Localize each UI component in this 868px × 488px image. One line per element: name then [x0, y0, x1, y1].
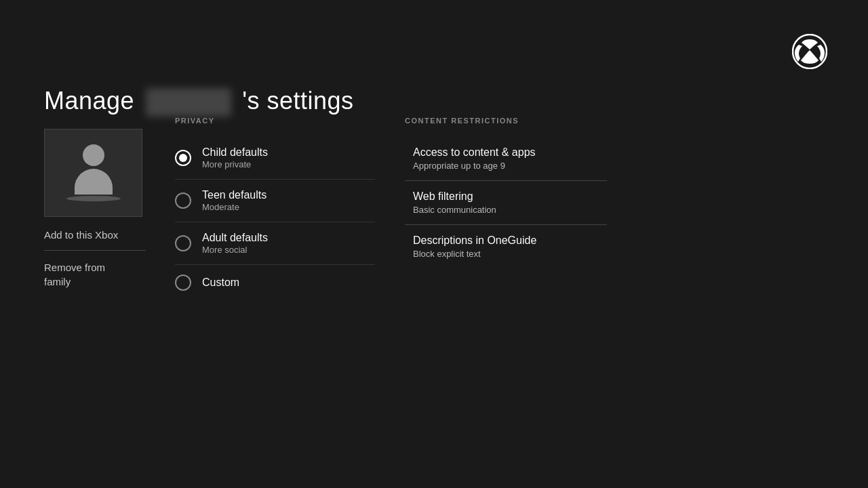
avatar-body [75, 169, 113, 195]
restriction-web-filtering[interactable]: Web filtering Basic communication [405, 181, 607, 225]
restriction-oneguide-title: Descriptions in OneGuide [413, 235, 599, 247]
radio-teen-label: Teen defaults [202, 189, 267, 201]
radio-adult-label: Adult defaults [202, 232, 268, 244]
remove-from-family-button[interactable]: Remove from family [44, 260, 146, 289]
privacy-section-label: PRIVACY [175, 117, 375, 125]
left-panel: Add to this Xbox Remove from family [44, 129, 146, 289]
privacy-option-child[interactable]: Child defaults More private [175, 137, 375, 180]
remove-line1: Remove from [44, 262, 105, 273]
restriction-web-filtering-subtitle: Basic communication [413, 205, 599, 215]
radio-custom-icon [175, 274, 191, 291]
radio-teen-text: Teen defaults Moderate [202, 189, 267, 212]
privacy-option-adult[interactable]: Adult defaults More social [175, 222, 375, 265]
privacy-option-custom[interactable]: Custom [175, 265, 375, 300]
title-prefix: Manage [44, 87, 134, 115]
avatar-shadow [66, 196, 121, 201]
radio-custom-label: Custom [202, 277, 239, 289]
username-blurred [146, 88, 231, 117]
radio-adult-icon [175, 235, 191, 251]
remove-line2: family [44, 276, 71, 287]
radio-teen-sublabel: Moderate [202, 202, 267, 212]
restriction-oneguide[interactable]: Descriptions in OneGuide Block explicit … [405, 225, 607, 268]
radio-custom-text: Custom [202, 277, 239, 289]
radio-child-icon [175, 150, 191, 166]
content-section-label: CONTENT RESTRICTIONS [405, 117, 607, 125]
privacy-panel: PRIVACY Child defaults More private Teen… [175, 117, 375, 300]
radio-adult-sublabel: More social [202, 245, 268, 255]
restriction-oneguide-subtitle: Block explicit text [413, 249, 599, 259]
restriction-content-apps-subtitle: Appropriate up to age 9 [413, 161, 599, 171]
xbox-logo [792, 34, 827, 69]
add-to-xbox-button[interactable]: Add to this Xbox [44, 229, 146, 251]
restriction-content-apps-title: Access to content & apps [413, 146, 599, 159]
content-restrictions-panel: CONTENT RESTRICTIONS Access to content &… [405, 117, 607, 268]
avatar-icon [66, 144, 121, 201]
privacy-option-teen[interactable]: Teen defaults Moderate [175, 180, 375, 222]
avatar-head [83, 144, 104, 166]
radio-child-sublabel: More private [202, 159, 268, 169]
radio-teen-icon [175, 192, 191, 209]
page-title: Manage 's settings [44, 87, 354, 117]
radio-child-label: Child defaults [202, 146, 268, 159]
radio-adult-text: Adult defaults More social [202, 232, 268, 255]
restriction-content-apps[interactable]: Access to content & apps Appropriate up … [405, 137, 607, 181]
radio-child-text: Child defaults More private [202, 146, 268, 169]
privacy-options: Child defaults More private Teen default… [175, 137, 375, 300]
restriction-web-filtering-title: Web filtering [413, 190, 599, 203]
avatar [44, 129, 142, 217]
title-suffix: 's settings [242, 87, 353, 115]
